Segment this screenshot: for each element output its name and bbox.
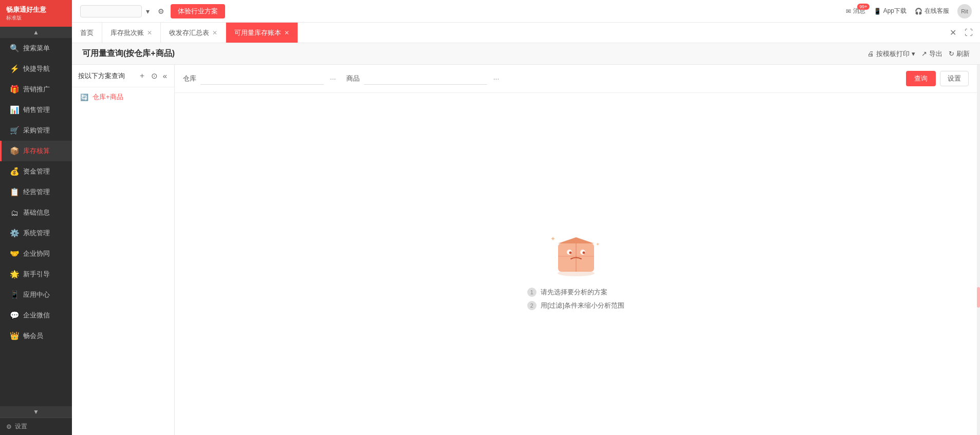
sidebar-item-system[interactable]: ⚙️系统管理 — [0, 223, 72, 243]
tab-close-receipt_summary[interactable]: ✕ — [212, 29, 217, 36]
product-input[interactable] — [364, 72, 487, 85]
query-btn[interactable]: 查询 — [906, 71, 936, 86]
tab-label-home: 首页 — [80, 28, 94, 37]
sidebar-item-sales[interactable]: 📊销售管理 — [0, 100, 72, 120]
message-btn[interactable]: ✉ 消息 99+ — [846, 7, 865, 15]
export-btn[interactable]: ↗ 导出 — [921, 49, 942, 59]
tab-available_ledger[interactable]: 可用量库存账本✕ — [226, 23, 298, 43]
print-label: 按模板打印 — [876, 49, 910, 59]
svg-point-7 — [582, 252, 585, 254]
sidebar-item-finance[interactable]: 💰资金管理 — [0, 161, 72, 182]
warehouse-input[interactable] — [200, 72, 324, 85]
filter-config-btn[interactable]: ⊙ — [150, 70, 159, 82]
product-more-btn[interactable]: ··· — [491, 74, 502, 83]
tab-label-batch_ledger: 库存批次账 — [110, 28, 144, 37]
filter-option-label: 仓库+商品 — [93, 92, 123, 102]
sidebar-scroll-down[interactable]: ▼ — [0, 406, 72, 418]
sidebar-icon-operations: 📋 — [10, 187, 19, 197]
sidebar-item-member[interactable]: 👑畅会员 — [0, 326, 72, 346]
sidebar-label-sales: 销售管理 — [23, 105, 50, 115]
top-bar-search: ▾ — [80, 5, 152, 17]
sidebar-label-enterprise: 企业协同 — [23, 249, 50, 258]
query-area: 仓库 ··· 商品 ··· 查询 设置 — [175, 65, 977, 435]
filter-option-warehouse-product[interactable]: 🔄 仓库+商品 — [72, 87, 174, 107]
tab-close-batch_ledger[interactable]: ✕ — [147, 29, 152, 36]
sidebar-label-system: 系统管理 — [23, 229, 50, 238]
svg-point-6 — [569, 252, 571, 254]
sidebar-label-enterprise_wechat: 企业微信 — [23, 311, 50, 320]
sidebar-icon-basic: 🗂 — [10, 209, 19, 217]
tab-home[interactable]: 首页 — [72, 23, 102, 43]
refresh-icon: ↻ — [949, 50, 954, 58]
sidebar-item-marketing_promo[interactable]: 🎁营销推广 — [0, 79, 72, 100]
print-template-btn[interactable]: 🖨 按模板打印 ▾ — [867, 49, 915, 59]
warehouse-label: 仓库 — [183, 74, 196, 83]
tip-text-1: 请先选择要分析的方案 — [541, 288, 607, 297]
sidebar-label-purchase: 采购管理 — [23, 126, 50, 135]
sidebar-item-app_center[interactable]: 📱应用中心 — [0, 285, 72, 305]
sidebar-label-app_center: 应用中心 — [23, 290, 50, 299]
empty-illustration: ✦ ✦ · — [545, 218, 607, 279]
warehouse-filter-field: 仓库 ··· — [183, 72, 338, 85]
sidebar-label-marketing_promo: 营销推广 — [23, 85, 50, 94]
message-icon: ✉ — [846, 8, 851, 15]
sidebar-item-operations[interactable]: 📋经营管理 — [0, 182, 72, 202]
tab-close-available_ledger[interactable]: ✕ — [284, 29, 289, 36]
sidebar-item-enterprise_wechat[interactable]: 💬企业微信 — [0, 305, 72, 326]
right-scrollbar[interactable] — [977, 65, 980, 435]
trial-industry-btn[interactable]: 体验行业方案 — [171, 4, 225, 18]
sidebar-bottom[interactable]: ⚙ 设置 — [0, 418, 72, 435]
top-bar-left: ▾ ⚙ 体验行业方案 — [80, 4, 841, 18]
filter-panel-title: 按以下方案查询 — [78, 71, 125, 81]
warehouse-more-btn[interactable]: ··· — [328, 74, 338, 83]
sidebar-item-inventory[interactable]: 📦库存核算 — [0, 141, 72, 161]
sidebar-icon-inventory: 📦 — [10, 146, 19, 156]
sidebar-label-operations: 经营管理 — [23, 187, 50, 197]
online-service-btn[interactable]: 🎧 在线客服 — [915, 7, 949, 15]
settings-gear-btn[interactable]: ⚙ — [156, 5, 167, 17]
sidebar-item-enterprise[interactable]: 🤝企业协同 — [0, 243, 72, 264]
user-avatar[interactable]: Rit — [957, 4, 972, 18]
message-badge: 99+ — [857, 4, 869, 10]
query-filters: 仓库 ··· 商品 ··· 查询 设置 — [175, 65, 977, 93]
empty-tips: 1 请先选择要分析的方案 2 用[过滤]条件来缩小分析范围 — [527, 288, 624, 310]
sidebar-label-member: 畅会员 — [23, 331, 43, 341]
sidebar-icon-newbie: 🌟 — [10, 270, 19, 279]
tab-close-all-btn[interactable]: ✕ — [947, 26, 959, 40]
sidebar-icon-search: 🔍 — [10, 44, 19, 53]
page-header: 可用量查询(按仓库+商品) 🖨 按模板打印 ▾ ↗ 导出 ↻ 刷新 — [72, 43, 980, 65]
sidebar-scroll-up[interactable]: ▲ — [0, 27, 72, 38]
sidebar-icon-system: ⚙️ — [10, 229, 19, 238]
sidebar-item-purchase[interactable]: 🛒采购管理 — [0, 120, 72, 141]
tab-batch_ledger[interactable]: 库存批次账✕ — [102, 23, 161, 43]
svg-text:·: · — [554, 255, 556, 260]
sidebar-item-newbie[interactable]: 🌟新手引导 — [0, 264, 72, 285]
sidebar-icon-enterprise_wechat: 💬 — [10, 311, 19, 320]
main-area: ▾ ⚙ 体验行业方案 ✉ 消息 99+ 📱 App下载 🎧 在线客服 Rit — [72, 0, 980, 435]
search-dropdown-btn[interactable]: ▾ — [144, 5, 152, 17]
refresh-btn[interactable]: ↻ 刷新 — [949, 49, 970, 59]
export-label: 导出 — [929, 49, 942, 59]
sidebar-item-search[interactable]: 🔍搜索菜单 — [0, 38, 72, 59]
filter-add-btn[interactable]: ＋ — [137, 70, 147, 82]
sidebar-icon-app_center: 📱 — [10, 290, 19, 299]
user-label: Rit — [961, 8, 968, 14]
sidebar-item-shortcut[interactable]: ⚡快捷导航 — [0, 59, 72, 79]
service-label: 在线客服 — [924, 7, 949, 15]
tip-text-2: 用[过滤]条件来缩小分析范围 — [541, 301, 624, 310]
tab-label-receipt_summary: 收发存汇总表 — [169, 28, 209, 37]
empty-state: ✦ ✦ · 1 请先选择要分析的方案 2 用[过滤]条件来缩小分析范围 — [175, 93, 977, 435]
filter-collapse-btn[interactable]: « — [162, 70, 168, 81]
sidebar-header: 畅康通好生意 标准版 — [0, 0, 72, 27]
tab-receipt_summary[interactable]: 收发存汇总表✕ — [161, 23, 226, 43]
tab-bar: 首页库存批次账✕收发存汇总表✕可用量库存账本✕ ✕ ⛶ — [72, 23, 980, 43]
app-download-btn[interactable]: 📱 App下载 — [874, 7, 907, 15]
tab-maximize-btn[interactable]: ⛶ — [961, 26, 976, 40]
brand-sub: 标准版 — [6, 14, 66, 22]
scrollbar-thumb[interactable] — [977, 287, 980, 308]
search-input[interactable] — [80, 5, 142, 17]
query-settings-btn[interactable]: 设置 — [940, 71, 969, 86]
sidebar-icon-purchase: 🛒 — [10, 126, 19, 135]
sidebar-item-basic[interactable]: 🗂基础信息 — [0, 202, 72, 223]
sidebar: 畅康通好生意 标准版 ▲ 🔍搜索菜单⚡快捷导航🎁营销推广📊销售管理🛒采购管理📦库… — [0, 0, 72, 435]
